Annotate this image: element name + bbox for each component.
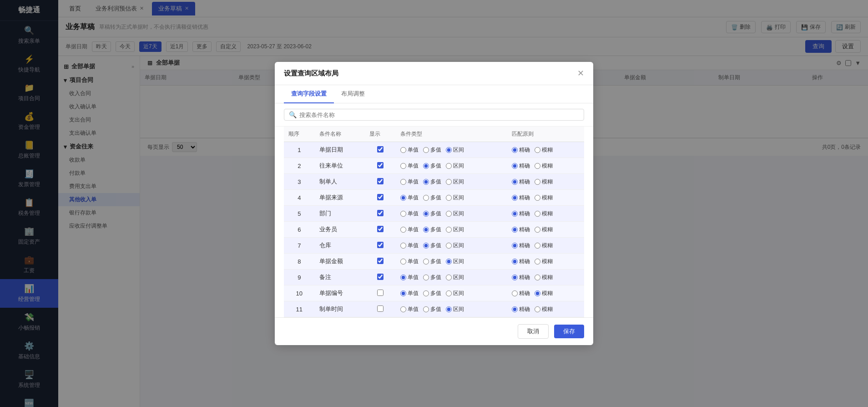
match-radio-label[interactable]: 精确 [512,226,530,234]
type-radio[interactable] [423,179,429,185]
match-radio[interactable] [535,243,540,249]
type-radio-label[interactable]: 多值 [423,162,441,170]
match-radio-label[interactable]: 精确 [512,274,530,281]
type-radio[interactable] [423,163,429,169]
display-checkbox[interactable] [377,290,384,296]
match-radio-label[interactable]: 模糊 [535,194,553,202]
display-checkbox[interactable] [377,194,384,200]
match-radio[interactable] [512,290,518,296]
match-radio[interactable] [512,227,518,233]
match-radio[interactable] [535,227,540,233]
match-radio[interactable] [535,195,540,201]
match-radio-label[interactable]: 精确 [512,178,530,186]
type-radio[interactable] [400,275,406,280]
type-radio[interactable] [423,306,429,312]
type-radio[interactable] [423,275,429,280]
type-radio[interactable] [446,195,452,201]
match-radio-label[interactable]: 模糊 [535,146,553,154]
type-radio[interactable] [446,275,452,280]
match-radio-label[interactable]: 模糊 [535,274,553,281]
type-radio-label[interactable]: 单值 [400,305,419,313]
match-radio-label[interactable]: 模糊 [535,290,553,297]
type-radio[interactable] [400,195,406,201]
type-radio-label[interactable]: 多值 [423,274,441,281]
display-checkbox[interactable] [377,178,384,184]
match-radio[interactable] [512,163,518,169]
type-radio-label[interactable]: 多值 [423,305,441,313]
match-radio[interactable] [512,275,518,280]
type-radio-label[interactable]: 多值 [423,290,441,297]
type-radio[interactable] [423,195,429,201]
type-radio[interactable] [400,243,406,249]
type-radio-label[interactable]: 区间 [446,242,464,249]
type-radio-label[interactable]: 区间 [446,258,464,265]
modal-close-button[interactable]: ✕ [577,68,584,78]
type-radio[interactable] [446,290,452,296]
match-radio-label[interactable]: 精确 [512,290,530,297]
match-radio[interactable] [535,163,540,169]
type-radio-label[interactable]: 区间 [446,162,464,170]
match-radio-label[interactable]: 模糊 [535,242,553,249]
type-radio[interactable] [446,163,452,169]
type-radio-label[interactable]: 多值 [423,194,441,202]
modal-tab-layout[interactable]: 布局调整 [334,85,372,103]
type-radio[interactable] [400,211,406,217]
type-radio-label[interactable]: 单值 [400,258,419,265]
display-checkbox[interactable] [377,210,384,216]
type-radio-label[interactable]: 区间 [446,290,464,297]
cancel-button[interactable]: 取消 [518,324,549,339]
modal-search-input[interactable] [299,112,579,118]
match-radio-label[interactable]: 精确 [512,210,530,218]
type-radio-label[interactable]: 区间 [446,226,464,234]
type-radio[interactable] [446,147,452,153]
type-radio-label[interactable]: 单值 [400,146,419,154]
match-radio-label[interactable]: 精确 [512,162,530,170]
display-checkbox[interactable] [377,274,384,280]
type-radio-label[interactable]: 单值 [400,290,419,297]
type-radio[interactable] [400,147,406,153]
type-radio[interactable] [423,227,429,233]
display-checkbox[interactable] [377,226,384,232]
match-radio-label[interactable]: 模糊 [535,162,553,170]
match-radio-label[interactable]: 精确 [512,194,530,202]
type-radio[interactable] [400,290,406,296]
type-radio[interactable] [423,211,429,217]
type-radio-label[interactable]: 单值 [400,226,419,234]
match-radio[interactable] [512,147,518,153]
type-radio[interactable] [446,306,452,312]
type-radio-label[interactable]: 区间 [446,274,464,281]
display-checkbox[interactable] [377,258,384,264]
type-radio-label[interactable]: 多值 [423,210,441,218]
match-radio[interactable] [535,306,540,312]
match-radio-label[interactable]: 模糊 [535,178,553,186]
display-checkbox[interactable] [377,242,384,248]
match-radio[interactable] [535,290,540,296]
modal-tab-query[interactable]: 查询字段设置 [284,85,334,103]
type-radio-label[interactable]: 区间 [446,178,464,186]
match-radio[interactable] [512,179,518,185]
display-checkbox[interactable] [377,146,384,153]
type-radio-label[interactable]: 单值 [400,162,419,170]
match-radio[interactable] [512,211,518,217]
match-radio-label[interactable]: 精确 [512,305,530,313]
type-radio-label[interactable]: 单值 [400,194,419,202]
type-radio[interactable] [446,243,452,249]
match-radio-label[interactable]: 模糊 [535,210,553,218]
match-radio-label[interactable]: 模糊 [535,226,553,234]
match-radio[interactable] [535,147,540,153]
match-radio[interactable] [512,243,518,249]
type-radio-label[interactable]: 单值 [400,210,419,218]
type-radio[interactable] [423,243,429,249]
type-radio[interactable] [400,163,406,169]
type-radio[interactable] [423,147,429,153]
type-radio-label[interactable]: 多值 [423,178,441,186]
type-radio[interactable] [423,259,429,265]
type-radio[interactable] [400,259,406,265]
match-radio[interactable] [535,179,540,185]
match-radio-label[interactable]: 精确 [512,146,530,154]
type-radio[interactable] [446,259,452,265]
type-radio-label[interactable]: 多值 [423,258,441,265]
match-radio[interactable] [535,275,540,280]
match-radio[interactable] [512,259,518,265]
type-radio-label[interactable]: 区间 [446,210,464,218]
